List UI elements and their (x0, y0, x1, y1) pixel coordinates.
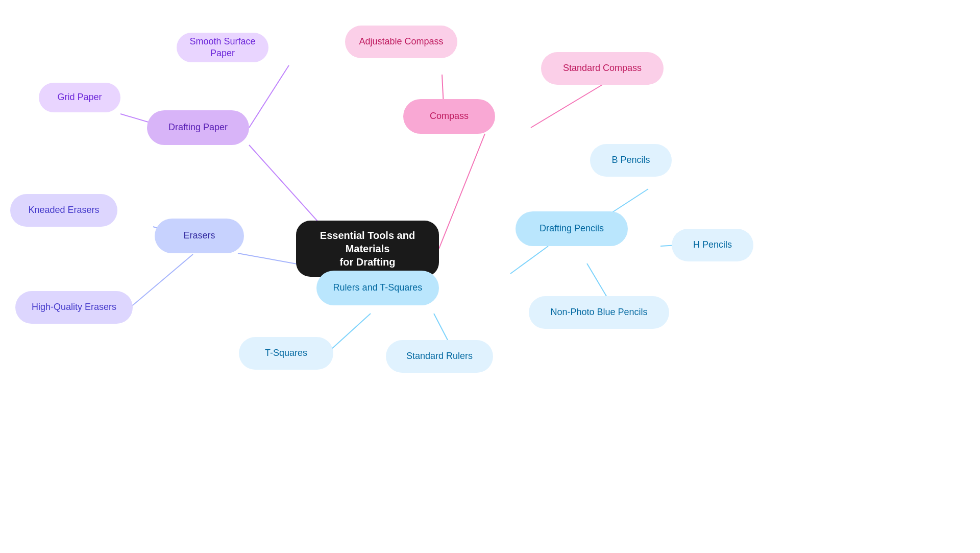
rulers-tsquares-label: Rulers and T-Squares (329, 282, 427, 294)
node-tsquares[interactable]: T-Squares (239, 337, 333, 370)
standard-rulers-label: Standard Rulers (402, 350, 477, 362)
node-adjustable-compass[interactable]: Adjustable Compass (345, 26, 457, 58)
node-compass[interactable]: Compass (403, 99, 495, 134)
svg-line-1 (249, 65, 289, 128)
node-h-pencils[interactable]: H Pencils (672, 229, 753, 261)
node-kneaded-erasers[interactable]: Kneaded Erasers (10, 194, 117, 227)
high-quality-erasers-label: High-Quality Erasers (28, 301, 120, 313)
compass-label: Compass (426, 110, 473, 122)
drafting-paper-label: Drafting Paper (164, 122, 232, 133)
non-photo-blue-label: Non-Photo Blue Pencils (546, 306, 651, 318)
kneaded-erasers-label: Kneaded Erasers (24, 204, 103, 216)
tsquares-label: T-Squares (261, 347, 311, 359)
b-pencils-label: B Pencils (607, 154, 654, 166)
svg-line-3 (439, 134, 485, 249)
h-pencils-label: H Pencils (689, 239, 736, 251)
standard-compass-label: Standard Compass (559, 62, 646, 74)
svg-line-5 (531, 85, 602, 128)
node-b-pencils[interactable]: B Pencils (590, 144, 672, 177)
adjustable-compass-label: Adjustable Compass (355, 36, 447, 47)
center-node[interactable]: Essential Tools and Materials for Drafti… (296, 221, 439, 277)
node-drafting-paper[interactable]: Drafting Paper (147, 110, 249, 145)
node-standard-rulers[interactable]: Standard Rulers (386, 340, 493, 373)
node-non-photo-blue-pencils[interactable]: Non-Photo Blue Pencils (529, 296, 669, 329)
node-smooth-surface-paper[interactable]: Smooth Surface Paper (177, 33, 268, 62)
node-drafting-pencils[interactable]: Drafting Pencils (516, 211, 628, 246)
node-standard-compass[interactable]: Standard Compass (541, 52, 664, 85)
node-high-quality-erasers[interactable]: High-Quality Erasers (15, 291, 133, 324)
drafting-pencils-label: Drafting Pencils (535, 223, 608, 234)
center-node-label: Essential Tools and Materials for Drafti… (296, 229, 439, 269)
node-rulers-and-tsquares[interactable]: Rulers and T-Squares (316, 271, 439, 305)
svg-line-12 (510, 246, 548, 274)
node-grid-paper[interactable]: Grid Paper (39, 83, 120, 112)
erasers-label: Erasers (179, 230, 219, 242)
node-erasers[interactable]: Erasers (155, 219, 244, 253)
grid-paper-label: Grid Paper (53, 91, 106, 103)
smooth-surface-paper-label: Smooth Surface Paper (177, 36, 268, 60)
